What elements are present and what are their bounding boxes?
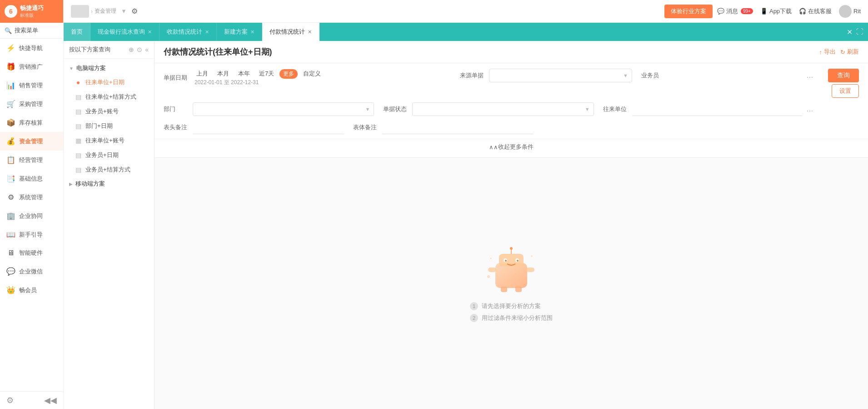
bill-status-label: 单据状态 — [383, 105, 409, 113]
scheme-panel-body: ▼ 电脑端方案 ● 往来单位+日期 ▤ 往来单位+结算方式 ▤ 业务员+账号 ▤ — [64, 59, 154, 409]
scheme-add-icon[interactable]: ⊕ — [129, 46, 134, 53]
custom-btn[interactable]: 自定义 — [299, 69, 324, 79]
new-plan-tab-label: 新建方案 — [224, 28, 248, 36]
scheme-item-salesman-date[interactable]: ▤ 业务员+日期 — [64, 148, 154, 162]
sidebar-item-member[interactable]: 👑 畅会员 — [0, 281, 63, 299]
query-button[interactable]: 查询 — [828, 69, 859, 82]
sidebar-item-finance[interactable]: 💰 资金管理 — [0, 132, 63, 151]
message-icon: 💬 — [717, 8, 724, 15]
header-note-input[interactable] — [193, 121, 344, 134]
sidebar-item-label: 经营管理 — [19, 156, 43, 164]
partner-dots-button[interactable]: … — [806, 105, 813, 113]
scheme-panel-title: 按以下方案查询 — [69, 45, 110, 54]
basic-icon: 📑 — [6, 174, 15, 183]
mobile-group[interactable]: ▶ 移动端方案 — [64, 177, 154, 191]
tab-receive[interactable]: 收款情况统计 ✕ — [160, 23, 217, 41]
tab-bank-flow[interactable]: 现金银行流水查询 ✕ — [90, 23, 160, 41]
sidebar-item-label: 资金管理 — [19, 137, 43, 146]
empty-tip-2: 2 用过滤条件来缩小分析范围 — [470, 314, 553, 322]
online-service-action[interactable]: 🎧 在线客服 — [799, 7, 832, 15]
scheme-item-partner-settle[interactable]: ▤ 往来单位+结算方式 — [64, 90, 154, 104]
marketing-icon: 🎁 — [6, 62, 15, 71]
tab-home[interactable]: 首页 — [64, 23, 90, 41]
dept-select[interactable]: ▼ — [193, 102, 374, 116]
scheme-item-salesman-account[interactable]: ▤ 业务员+账号 — [64, 104, 154, 119]
topbar-gear-icon[interactable]: ⚙ — [131, 7, 138, 15]
topbar-actions: 💬 消息 99+ 📱 App下载 🎧 在线客服 Rit — [717, 5, 861, 18]
tab-expand-button[interactable]: ⛶ — [856, 28, 863, 36]
export-button[interactable]: ↑ 导出 — [819, 48, 836, 56]
dept-field: 部门 ▼ — [164, 102, 374, 116]
header-note-field: 表头备注 — [164, 121, 344, 134]
dept-select-arrow: ▼ — [365, 106, 370, 112]
body-note-input[interactable] — [382, 121, 534, 134]
mobile-group-label: 移动端方案 — [75, 180, 105, 188]
sidebar-item-operation[interactable]: 📋 经营管理 — [0, 151, 63, 169]
trial-industry-button[interactable]: 体验行业方案 — [664, 5, 713, 18]
tab-pay-stat[interactable]: 付款情况统计 ✕ — [262, 23, 319, 41]
finance-icon: 💰 — [6, 137, 15, 146]
new-plan-tab-close[interactable]: ✕ — [250, 29, 254, 35]
receive-tab-label: 收款情况统计 — [167, 28, 202, 36]
sidebar-item-hardware[interactable]: 🖥 智能硬件 — [0, 244, 63, 262]
sidebar-item-sales[interactable]: 📊 销售管理 — [0, 76, 63, 95]
sidebar-item-quick-nav[interactable]: ⚡ 快捷导航 — [0, 39, 63, 57]
sidebar-settings-icon[interactable]: ⚙ — [6, 395, 14, 405]
scheme-item-label: 往来单位+账号 — [85, 136, 125, 145]
desktop-group[interactable]: ▼ 电脑端方案 — [64, 61, 154, 75]
scheme-item-label: 部门+日期 — [85, 122, 113, 130]
collapse-up-icon: ∧∧ — [489, 144, 498, 151]
message-badge: 99+ — [741, 8, 753, 14]
refresh-button[interactable]: ↻ 刷新 — [840, 48, 859, 56]
salesman-dots-button[interactable]: … — [806, 71, 813, 80]
partner-input[interactable] — [632, 102, 803, 116]
search-menu[interactable]: 🔍 搜索菜单 — [0, 23, 63, 39]
tab-new-plan[interactable]: 新建方案 ✕ — [217, 23, 262, 41]
filter-area: 单据日期 上月 本月 本年 近7天 更多 自定义 2022-01-01 至 20… — [155, 63, 868, 158]
sidebar-collapse-icon[interactable]: ◀◀ — [44, 395, 57, 405]
bank-flow-tab-close[interactable]: ✕ — [148, 29, 152, 35]
sidebar-item-wechat[interactable]: 💬 企业微信 — [0, 262, 63, 281]
message-action[interactable]: 💬 消息 99+ — [717, 7, 753, 15]
salesman-input[interactable] — [670, 69, 803, 82]
content-area: 按以下方案查询 ⊕ ⊙ « ▼ 电脑端方案 ● 往来单位+日期 ▤ — [64, 41, 868, 409]
scheme-item-dept-date[interactable]: ▤ 部门+日期 — [64, 119, 154, 133]
sidebar-item-guide[interactable]: 📖 新手引导 — [0, 225, 63, 244]
pay-stat-tab-close[interactable]: ✕ — [308, 29, 312, 35]
sidebar-item-label: 新手引导 — [19, 231, 43, 239]
scheme-settings-icon[interactable]: ⊙ — [137, 46, 142, 53]
scheme-item-salesman-settle[interactable]: ▤ 业务员+结算方式 — [64, 162, 154, 177]
sidebar-item-system[interactable]: ⚙ 系统管理 — [0, 188, 63, 207]
receive-tab-close[interactable]: ✕ — [205, 29, 209, 35]
sidebar-bottom: ⚙ ◀◀ — [0, 391, 63, 409]
sidebar-item-basic[interactable]: 📑 基础信息 — [0, 169, 63, 188]
app-download-label: App下载 — [769, 7, 792, 15]
sidebar-item-enterprise[interactable]: 🏢 企业协同 — [0, 207, 63, 225]
collapse-btn[interactable]: ∧∧ 收起更多条件 — [155, 139, 868, 155]
scheme-item-partner-date[interactable]: ● 往来单位+日期 — [64, 75, 154, 90]
scheme-item-icon: ▤ — [75, 166, 82, 173]
last-month-btn[interactable]: 上月 — [193, 69, 212, 79]
main-area: › 资金管理 ▼ ⚙ 体验行业方案 💬 消息 99+ 📱 App下载 🎧 在线客… — [64, 0, 868, 409]
bill-status-select[interactable]: ▼ — [412, 102, 594, 116]
svg-point-4 — [505, 260, 507, 262]
user-name: Rit — [853, 8, 861, 15]
app-download-action[interactable]: 📱 App下载 — [760, 7, 792, 15]
last-7days-btn[interactable]: 近7天 — [255, 69, 278, 79]
sidebar-item-inventory[interactable]: 📦 库存核算 — [0, 113, 63, 132]
user-avatar[interactable]: Rit — [839, 5, 861, 18]
this-month-btn[interactable]: 本月 — [214, 69, 233, 79]
scheme-item-partner-account[interactable]: ▦ 往来单位+账号 — [64, 133, 154, 148]
empty-state: 1 请先选择要分析的方案 2 用过滤条件来缩小分析范围 — [155, 158, 868, 409]
enterprise-icon: 🏢 — [6, 212, 15, 220]
member-icon: 👑 — [6, 286, 15, 294]
sidebar-item-purchase[interactable]: 🛒 采购管理 — [0, 95, 63, 113]
scheme-item-icon: ▦ — [75, 137, 82, 144]
scheme-collapse-icon[interactable]: « — [145, 46, 149, 53]
filter-settings-button[interactable]: 设置 — [832, 84, 859, 98]
this-year-btn[interactable]: 本年 — [234, 69, 254, 79]
tab-close-all-button[interactable]: ✕ — [847, 28, 853, 36]
more-btn[interactable]: 更多 — [279, 69, 298, 79]
sidebar-item-marketing[interactable]: 🎁 营销推广 — [0, 57, 63, 76]
source-select[interactable]: ▼ — [489, 69, 632, 82]
